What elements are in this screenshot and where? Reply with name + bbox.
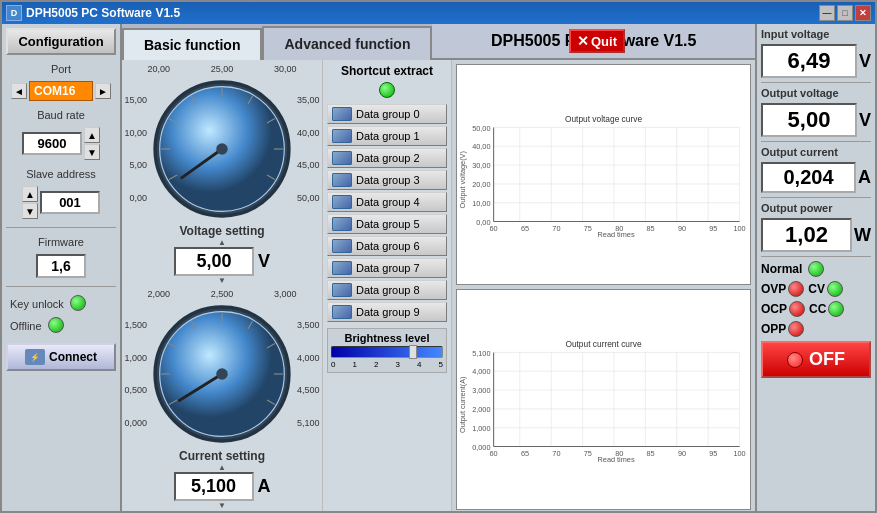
current-value-display[interactable]: 5,100 bbox=[174, 472, 254, 501]
svg-text:3,000: 3,000 bbox=[472, 386, 490, 395]
ocp-label: OCP bbox=[761, 302, 787, 316]
data-group-8-button[interactable]: Data group 8 bbox=[327, 280, 447, 300]
svg-text:60: 60 bbox=[490, 449, 498, 458]
ocp-row: OCP bbox=[761, 301, 805, 317]
svg-text:75: 75 bbox=[584, 449, 592, 458]
slave-spin-up[interactable]: ▲ bbox=[22, 186, 38, 202]
voltage-down-arrow: ▼ bbox=[218, 276, 226, 285]
data-group-7-icon bbox=[332, 261, 352, 275]
brightness-slider-track[interactable] bbox=[331, 346, 443, 358]
svg-text:1,000: 1,000 bbox=[472, 424, 490, 433]
data-group-4-button[interactable]: Data group 4 bbox=[327, 192, 447, 212]
data-group-3-button[interactable]: Data group 3 bbox=[327, 170, 447, 190]
voltage-scale-right: 35,00 40,00 45,00 50,00 bbox=[297, 84, 333, 214]
svg-text:Read times: Read times bbox=[598, 455, 635, 464]
quit-x-icon: ✕ bbox=[577, 33, 589, 49]
data-group-2-button[interactable]: Data group 2 bbox=[327, 148, 447, 168]
ovp-row: OVP bbox=[761, 281, 804, 297]
output-c-label: Output current bbox=[761, 146, 871, 158]
voltage-scale-left: 15,00 10,00 5,00 0,00 bbox=[111, 84, 147, 214]
sidebar: Configuration Port ◄ COM16 ► Baud rate 9… bbox=[2, 24, 122, 511]
c-scale-r2: 4,500 bbox=[297, 385, 333, 395]
maximize-button[interactable]: □ bbox=[837, 5, 853, 21]
brightness-slider-thumb[interactable] bbox=[409, 345, 417, 359]
shortcut-title: Shortcut extract bbox=[327, 64, 447, 78]
voltage-chart-container: Output voltage curve Output voltage(V) bbox=[456, 64, 751, 285]
cv-row: CV bbox=[808, 281, 843, 297]
data-group-2-label: Data group 2 bbox=[356, 152, 420, 164]
data-group-7-label: Data group 7 bbox=[356, 262, 420, 274]
data-group-6-label: Data group 6 bbox=[356, 240, 420, 252]
svg-text:70: 70 bbox=[552, 224, 560, 233]
current-knob-svg[interactable] bbox=[147, 299, 297, 449]
minimize-button[interactable]: — bbox=[819, 5, 835, 21]
close-button[interactable]: ✕ bbox=[855, 5, 871, 21]
current-scale-left: 1,500 1,000 0,500 0,000 bbox=[111, 309, 147, 439]
data-group-8-icon bbox=[332, 283, 352, 297]
cc-label: CC bbox=[809, 302, 826, 316]
ovp-led bbox=[788, 281, 804, 297]
svg-text:75: 75 bbox=[584, 224, 592, 233]
svg-text:95: 95 bbox=[709, 224, 717, 233]
quit-button[interactable]: ✕ Quit bbox=[569, 29, 625, 53]
normal-led bbox=[808, 261, 824, 277]
voltage-chart-svg: Output voltage curve Output voltage(V) bbox=[457, 65, 750, 284]
c-scale-l2: 0,500 bbox=[111, 385, 147, 395]
cv-label: CV bbox=[808, 282, 825, 296]
v-scale-top-1: 25,00 bbox=[211, 64, 234, 74]
voltage-knob-svg[interactable] bbox=[147, 74, 297, 224]
tab-advanced[interactable]: Advanced function bbox=[262, 26, 432, 60]
c-scale-r3: 5,100 bbox=[297, 418, 333, 428]
svg-text:Read times: Read times bbox=[598, 230, 635, 239]
data-group-7-button[interactable]: Data group 7 bbox=[327, 258, 447, 278]
data-group-1-label: Data group 1 bbox=[356, 130, 420, 142]
data-group-1-button[interactable]: Data group 1 bbox=[327, 126, 447, 146]
baud-label: Baud rate bbox=[6, 109, 116, 121]
output-v-unit: V bbox=[859, 110, 871, 131]
current-y-label: Output current(A) bbox=[458, 376, 467, 433]
data-group-2-icon bbox=[332, 151, 352, 165]
shortcut-area: Shortcut extract Data group 0 Data group… bbox=[322, 60, 452, 513]
key-unlock-label: Key unlock bbox=[10, 298, 64, 310]
tab-basic[interactable]: Basic function bbox=[122, 28, 262, 62]
c-scale-r1: 4,000 bbox=[297, 353, 333, 363]
port-spin-up[interactable]: ► bbox=[95, 83, 111, 99]
titlebar: D DPH5005 PC Software V1.5 — □ ✕ bbox=[2, 2, 875, 24]
svg-text:95: 95 bbox=[709, 449, 717, 458]
c-scale-top-1: 2,500 bbox=[211, 289, 234, 299]
baud-spin-up[interactable]: ▲ bbox=[84, 127, 100, 143]
connect-button[interactable]: ⚡ Connect bbox=[6, 343, 116, 371]
data-group-6-button[interactable]: Data group 6 bbox=[327, 236, 447, 256]
right-div1 bbox=[761, 82, 871, 83]
data-group-0-button[interactable]: Data group 0 bbox=[327, 104, 447, 124]
app-icon: D bbox=[6, 5, 22, 21]
offline-row: Offline bbox=[6, 317, 116, 333]
data-group-5-button[interactable]: Data group 5 bbox=[327, 214, 447, 234]
v-scale-l2: 5,00 bbox=[111, 160, 147, 170]
opp-label: OPP bbox=[761, 322, 786, 336]
slave-spin-down[interactable]: ▼ bbox=[22, 203, 38, 219]
current-value-row: 5,100 A bbox=[174, 472, 271, 501]
normal-row: Normal bbox=[761, 261, 871, 277]
baud-spin-down[interactable]: ▼ bbox=[84, 144, 100, 160]
port-dropdown[interactable]: COM16 bbox=[29, 81, 93, 101]
v-scale-r0: 35,00 bbox=[297, 95, 333, 105]
svg-text:10,00: 10,00 bbox=[472, 199, 490, 208]
slave-row: ▲ ▼ 001 bbox=[6, 186, 116, 219]
right-div3 bbox=[761, 197, 871, 198]
voltage-value-display[interactable]: 5,00 bbox=[174, 247, 254, 276]
v-scale-r2: 45,00 bbox=[297, 160, 333, 170]
c-scale-l3: 0,000 bbox=[111, 418, 147, 428]
off-label: OFF bbox=[809, 349, 845, 370]
output-v-row: 5,00 V bbox=[761, 103, 871, 137]
off-button[interactable]: OFF bbox=[761, 341, 871, 378]
configuration-button[interactable]: Configuration bbox=[6, 28, 116, 55]
output-v-display: 5,00 bbox=[761, 103, 857, 137]
port-spin-down[interactable]: ◄ bbox=[11, 83, 27, 99]
data-group-0-label: Data group 0 bbox=[356, 108, 420, 120]
input-v-display: 6,49 bbox=[761, 44, 857, 78]
data-group-9-button[interactable]: Data group 9 bbox=[327, 302, 447, 322]
knob-area: 20,00 25,00 30,00 15,00 10,00 5,00 0,00 bbox=[122, 60, 322, 513]
brightness-1: 1 bbox=[353, 360, 357, 369]
divider2 bbox=[6, 286, 116, 287]
